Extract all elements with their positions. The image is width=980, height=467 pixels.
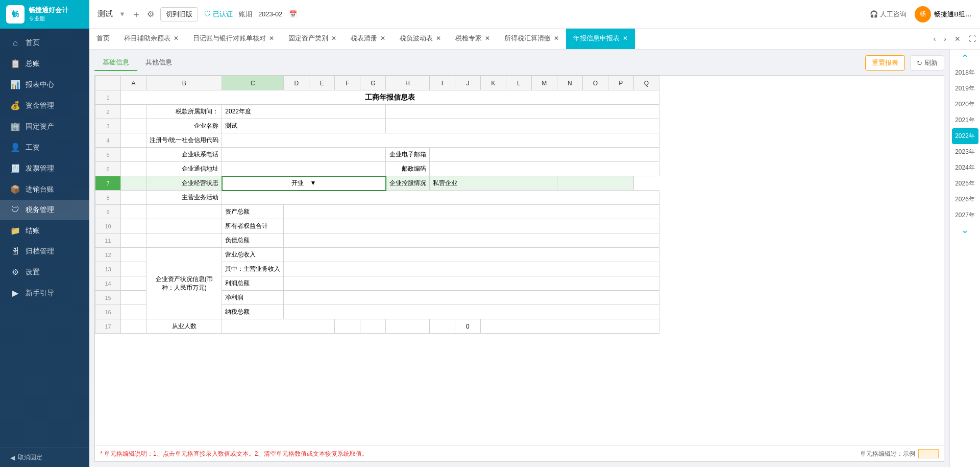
cell[interactable] (121, 233, 146, 248)
cell[interactable] (121, 305, 146, 319)
cell[interactable]: 从业人数 (146, 319, 222, 334)
cell[interactable]: 注册号/统一社会信用代码 (146, 133, 222, 148)
dropdown-arrow-icon[interactable]: ▼ (119, 10, 126, 18)
cell[interactable] (386, 319, 430, 334)
tab-close-all-button[interactable]: ✕ (950, 31, 965, 47)
cell[interactable] (386, 105, 659, 119)
cell[interactable] (429, 319, 455, 334)
sidebar-item-salary[interactable]: 👤工资 (0, 137, 89, 158)
settings-icon[interactable]: ⚙ (147, 9, 154, 19)
tab-close-journal[interactable]: ✕ (269, 35, 274, 42)
cell-title[interactable]: 工商年报信息表 (121, 90, 659, 105)
cell[interactable] (429, 162, 659, 176)
tab-tax_form[interactable]: 税表清册✕ (344, 29, 393, 49)
cell[interactable]: 2022年度 (222, 105, 386, 119)
sidebar-item-settings[interactable]: ⚙设置 (0, 262, 89, 283)
cell[interactable] (121, 119, 146, 133)
cell[interactable] (121, 219, 146, 233)
cell[interactable] (284, 305, 659, 319)
cell[interactable] (121, 133, 146, 148)
sidebar-item-home[interactable]: ⌂首页 (0, 33, 89, 53)
year-item-2018[interactable]: 2018年 (952, 65, 978, 81)
cell[interactable] (222, 148, 386, 162)
cell[interactable] (121, 319, 146, 334)
cell[interactable] (360, 319, 386, 334)
year-item-2022[interactable]: 2022年 (952, 128, 978, 144)
switch-old-version-button[interactable]: 切到旧版 (160, 7, 198, 21)
sidebar-item-ledger[interactable]: 📋总账 (0, 53, 89, 74)
cell[interactable] (121, 176, 146, 191)
cell[interactable] (121, 262, 146, 276)
sheet-tab-basic[interactable]: 基础信息 (94, 55, 137, 71)
year-item-2025[interactable]: 2025年 (952, 176, 978, 192)
cell[interactable] (284, 248, 659, 262)
sidebar-item-archive[interactable]: 🗄归档管理 (0, 241, 89, 262)
cell[interactable] (121, 148, 146, 162)
cell[interactable] (146, 205, 222, 219)
cell[interactable]: 企业经营状态 (146, 176, 222, 191)
tab-aux_balance[interactable]: 科目辅助余额表✕ (117, 29, 186, 49)
cell[interactable]: 纳税总额 (222, 305, 284, 319)
year-scroll-up-button[interactable]: ⌃ (959, 52, 971, 65)
calendar-icon[interactable]: 📅 (289, 10, 297, 18)
cell[interactable] (429, 148, 659, 162)
year-item-2024[interactable]: 2024年 (952, 160, 978, 176)
sidebar-item-close[interactable]: 📁结账 (0, 220, 89, 241)
cell[interactable]: 其中：主营业务收入 (222, 262, 284, 276)
sidebar-item-guide[interactable]: ▶新手引导 (0, 283, 89, 303)
cell[interactable]: 0 (455, 319, 480, 334)
cell[interactable] (222, 319, 335, 334)
sidebar-item-stock[interactable]: 📦进销台账 (0, 179, 89, 200)
year-item-2020[interactable]: 2020年 (952, 97, 978, 112)
cell-business-status[interactable]: 开业 ▼ (222, 176, 386, 191)
cell[interactable]: 税款所属期间： (146, 105, 222, 119)
cell[interactable] (386, 119, 659, 133)
cell[interactable] (222, 191, 659, 205)
tab-annual_report[interactable]: 年报信息申报表✕ (566, 29, 635, 49)
cell[interactable] (121, 191, 146, 205)
tab-close-tax_expert[interactable]: ✕ (485, 35, 490, 42)
cell[interactable]: 邮政编码 (386, 162, 430, 176)
cell[interactable] (121, 276, 146, 291)
year-item-2021[interactable]: 2021年 (952, 112, 978, 128)
cell[interactable] (284, 262, 659, 276)
cell[interactable]: 主营业务活动 (146, 191, 222, 205)
tab-tax_expert[interactable]: 税检专家✕ (448, 29, 497, 49)
tab-prev-button[interactable]: ‹ (929, 31, 940, 47)
cell[interactable]: 企业通信地址 (146, 162, 222, 176)
sidebar-item-fund[interactable]: 💰资金管理 (0, 95, 89, 116)
sidebar-item-invoice[interactable]: 🧾发票管理 (0, 158, 89, 179)
cell[interactable] (121, 291, 146, 305)
user-menu[interactable]: 畅 畅捷通B组… (915, 6, 972, 22)
cell[interactable]: 测试 (222, 119, 386, 133)
year-scroll-down-button[interactable]: ⌄ (959, 223, 971, 237)
tab-close-tax_form[interactable]: ✕ (380, 35, 385, 42)
cell[interactable] (557, 176, 633, 191)
cell[interactable] (284, 219, 659, 233)
tab-journal[interactable]: 日记账与银行对账单核对✕ (186, 29, 281, 49)
year-item-2026[interactable]: 2026年 (952, 192, 978, 207)
sidebar-item-report[interactable]: 📊报表中心 (0, 74, 89, 95)
reset-report-button[interactable]: 重置报表 (865, 55, 905, 71)
cell[interactable]: 企业名称 (146, 119, 222, 133)
cell[interactable] (222, 133, 659, 148)
cell[interactable] (146, 233, 222, 248)
cell[interactable] (121, 205, 146, 219)
cell[interactable] (284, 276, 659, 291)
cell[interactable]: 所有者权益合计 (222, 219, 284, 233)
sidebar-collapse-button[interactable]: ◀ 取消固定 (0, 448, 89, 467)
tab-expand-button[interactable]: ⛶ (965, 31, 980, 47)
year-item-2019[interactable]: 2019年 (952, 81, 978, 97)
sidebar-item-asset[interactable]: 🏢固定资产 (0, 116, 89, 137)
year-item-2023[interactable]: 2023年 (952, 144, 978, 160)
sidebar-item-tax[interactable]: 🛡税务管理 (0, 200, 89, 220)
cell[interactable] (284, 205, 659, 219)
cell[interactable]: 私营企业 (429, 176, 557, 191)
tab-close-fixed_asset[interactable]: ✕ (331, 35, 336, 42)
cell[interactable] (480, 319, 659, 334)
cell[interactable]: 企业联系电话 (146, 148, 222, 162)
cell[interactable] (121, 248, 146, 262)
cell[interactable] (146, 219, 222, 233)
tab-close-income_tax[interactable]: ✕ (554, 35, 559, 42)
cell[interactable]: 负债总额 (222, 233, 284, 248)
